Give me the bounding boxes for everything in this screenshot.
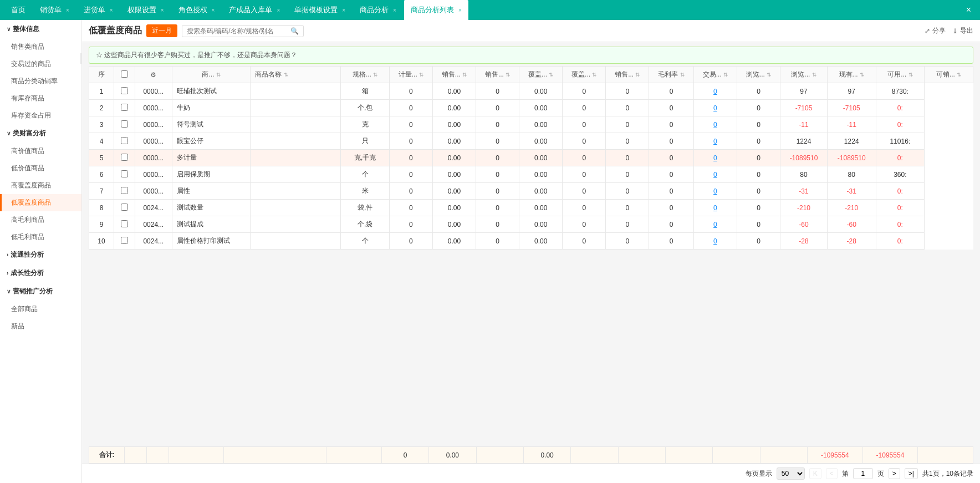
page-number-input[interactable] bbox=[853, 468, 873, 479]
row-checkbox[interactable] bbox=[121, 104, 128, 111]
first-page-button[interactable]: K bbox=[809, 468, 821, 479]
row-checkbox[interactable] bbox=[121, 120, 128, 128]
nav-purchase[interactable]: 进货单 × bbox=[77, 0, 120, 20]
browse-link[interactable]: 0 bbox=[713, 187, 717, 195]
sidebar-section-wealth[interactable]: ∨ 类财富分析 bbox=[0, 124, 81, 143]
cell-check[interactable] bbox=[114, 216, 135, 233]
cell-browse1[interactable]: 0 bbox=[693, 166, 737, 183]
cell-check[interactable] bbox=[114, 83, 135, 100]
sidebar-collapse-button[interactable]: « bbox=[80, 53, 82, 64]
cell-check[interactable] bbox=[114, 233, 135, 250]
row-checkbox[interactable] bbox=[121, 154, 128, 161]
row-checkbox[interactable] bbox=[121, 137, 128, 144]
sidebar-item-traded-goods[interactable]: 交易过的商品 bbox=[0, 55, 81, 73]
cell-check[interactable] bbox=[114, 133, 135, 150]
col-header-coverage2[interactable]: 覆盖... ⇅ bbox=[563, 67, 606, 83]
cell-check[interactable] bbox=[114, 116, 135, 133]
close-icon[interactable]: × bbox=[212, 7, 215, 13]
row-checkbox[interactable] bbox=[121, 87, 128, 94]
col-header-browse2[interactable]: 浏览... ⇅ bbox=[780, 67, 828, 83]
search-icon[interactable]: 🔍 bbox=[290, 27, 299, 35]
col-header-coverage1[interactable]: 覆盖... ⇅ bbox=[519, 67, 563, 83]
sidebar-item-high-coverage[interactable]: 高覆盖度商品 bbox=[0, 177, 81, 194]
col-header-sales-qty[interactable]: 销售... ⇅ bbox=[432, 67, 476, 83]
export-button[interactable]: ⤓ 导出 bbox=[952, 26, 973, 35]
col-header-available[interactable]: 可用... ⇅ bbox=[876, 67, 925, 83]
close-icon[interactable]: × bbox=[393, 7, 396, 13]
nav-analysis[interactable]: 商品分析 × bbox=[353, 0, 403, 20]
search-input[interactable] bbox=[187, 27, 290, 35]
browse-link[interactable]: 0 bbox=[713, 171, 717, 179]
sidebar-section-growth[interactable]: › 成长性分析 bbox=[0, 264, 81, 282]
close-icon[interactable]: × bbox=[161, 7, 164, 13]
sidebar-item-high-value[interactable]: 高价值商品 bbox=[0, 143, 81, 160]
cell-browse1[interactable]: 0 bbox=[693, 216, 737, 233]
col-header-current-stock[interactable]: 现有... ⇅ bbox=[827, 67, 876, 83]
col-header-settings[interactable]: ⚙ bbox=[135, 67, 172, 83]
per-page-select[interactable]: 50 10 20 100 bbox=[777, 467, 805, 480]
share-button[interactable]: ⤢ 分享 bbox=[925, 26, 946, 35]
sidebar-item-all-goods[interactable]: 全部商品 bbox=[0, 301, 81, 318]
close-icon[interactable]: × bbox=[277, 7, 280, 13]
sidebar-item-low-value[interactable]: 低价值商品 bbox=[0, 160, 81, 177]
browse-link[interactable]: 0 bbox=[713, 154, 717, 162]
nav-production[interactable]: 产成品入库单 × bbox=[222, 0, 287, 20]
sidebar-item-low-margin[interactable]: 低毛利商品 bbox=[0, 228, 81, 246]
browse-link[interactable]: 0 bbox=[713, 237, 717, 245]
cell-browse1[interactable]: 0 bbox=[693, 133, 737, 150]
nav-analysis-list[interactable]: 商品分析列表 × bbox=[404, 0, 468, 20]
close-icon[interactable]: × bbox=[110, 7, 113, 13]
sidebar-section-circulation[interactable]: › 流通性分析 bbox=[0, 246, 81, 264]
col-header-spec[interactable]: 规格... ⇅ bbox=[341, 67, 390, 83]
col-header-trade[interactable]: 交易... ⇅ bbox=[693, 67, 737, 83]
cell-browse1[interactable]: 0 bbox=[693, 100, 737, 116]
row-checkbox[interactable] bbox=[121, 237, 128, 244]
col-header-saleable[interactable]: 可销... ⇅ bbox=[925, 67, 973, 83]
col-header-gross-margin[interactable]: 毛利率 ⇅ bbox=[649, 67, 694, 83]
sidebar-item-high-margin[interactable]: 高毛利商品 bbox=[0, 211, 81, 228]
prev-page-button[interactable]: < bbox=[826, 468, 838, 479]
next-page-button[interactable]: > bbox=[889, 468, 900, 479]
row-checkbox[interactable] bbox=[121, 204, 128, 211]
cell-check[interactable] bbox=[114, 150, 135, 166]
row-checkbox[interactable] bbox=[121, 187, 128, 194]
nav-template[interactable]: 单据模板设置 × bbox=[288, 0, 352, 20]
browse-link[interactable]: 0 bbox=[713, 221, 717, 228]
cell-browse1[interactable]: 0 bbox=[693, 150, 737, 166]
close-all-button[interactable]: × bbox=[962, 5, 976, 15]
last-page-button[interactable]: >| bbox=[905, 468, 918, 479]
time-filter-button[interactable]: 近一月 bbox=[146, 24, 177, 37]
col-header-code[interactable]: 商... ⇅ bbox=[172, 67, 251, 83]
cell-browse1[interactable]: 0 bbox=[693, 83, 737, 100]
nav-role[interactable]: 角色授权 × bbox=[172, 0, 222, 20]
close-icon[interactable]: × bbox=[66, 7, 69, 13]
sidebar-item-category-rate[interactable]: 商品分类动销率 bbox=[0, 73, 81, 90]
sidebar-item-stock-goods[interactable]: 有库存商品 bbox=[0, 90, 81, 107]
nav-home[interactable]: 首页 bbox=[4, 0, 32, 20]
sidebar-section-marketing[interactable]: ∨ 营销推广分析 bbox=[0, 282, 81, 301]
cell-browse1[interactable]: 0 bbox=[693, 200, 737, 216]
row-checkbox[interactable] bbox=[121, 220, 128, 227]
cell-browse1[interactable]: 0 bbox=[693, 183, 737, 200]
close-icon[interactable]: × bbox=[458, 7, 462, 13]
sidebar-item-sales-goods[interactable]: 销售类商品 bbox=[0, 38, 81, 55]
browse-link[interactable]: 0 bbox=[713, 104, 717, 112]
browse-link[interactable]: 0 bbox=[713, 204, 717, 212]
sidebar-item-low-coverage[interactable]: 低覆盖度商品 bbox=[0, 194, 81, 211]
browse-link[interactable]: 0 bbox=[713, 121, 717, 129]
nav-permission[interactable]: 权限设置 × bbox=[121, 0, 171, 20]
row-checkbox[interactable] bbox=[121, 170, 128, 177]
cell-check[interactable] bbox=[114, 183, 135, 200]
sidebar-item-new-goods[interactable]: 新品 bbox=[0, 318, 81, 335]
close-icon[interactable]: × bbox=[342, 7, 345, 13]
sidebar-section-overall[interactable]: ∨ 整体信息 bbox=[0, 20, 81, 38]
cell-check[interactable] bbox=[114, 166, 135, 183]
col-header-browse1[interactable]: 浏览... ⇅ bbox=[737, 67, 780, 83]
sidebar-item-stock-capital[interactable]: 库存资金占用 bbox=[0, 107, 81, 124]
browse-link[interactable]: 0 bbox=[713, 138, 717, 145]
cell-browse1[interactable]: 0 bbox=[693, 116, 737, 133]
col-header-sales-amt[interactable]: 销售... ⇅ bbox=[476, 67, 519, 83]
cell-browse1[interactable]: 0 bbox=[693, 233, 737, 250]
cell-check[interactable] bbox=[114, 200, 135, 216]
browse-link[interactable]: 0 bbox=[713, 88, 717, 95]
